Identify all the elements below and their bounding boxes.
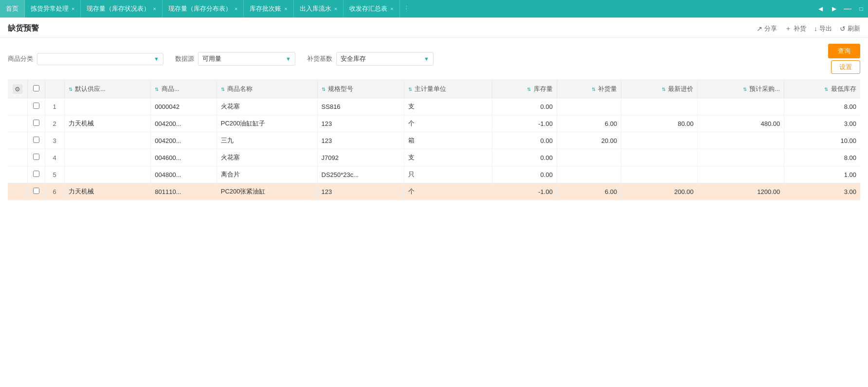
share-button[interactable]: ↗ 分享 [757, 24, 777, 33]
export-button[interactable]: ↓ 导出 [814, 24, 832, 33]
tab-close-collect[interactable]: × [390, 6, 393, 12]
replenish-icon: ＋ [785, 24, 792, 33]
row-checkbox-4[interactable] [33, 171, 39, 177]
page-title: 缺货预警 [8, 23, 39, 34]
unit-sort-icon: ⇅ [408, 87, 412, 92]
row-settings-cell-5 [8, 183, 27, 200]
row-goods-code-5: 801110... [151, 183, 217, 200]
row-goods-name-1: PC200油缸缸子 [217, 115, 317, 132]
replenish-base-select[interactable]: 安全库存 ▼ [336, 52, 434, 66]
col-header-supplier[interactable]: ⇅ 默认供应... [64, 80, 151, 98]
col-header-unit[interactable]: ⇅ 主计量单位 [404, 80, 492, 98]
table-wrapper: ⚙ ⇅ 默认供应... ⇅ 商品... ⇅ [0, 80, 868, 200]
replenish-button[interactable]: ＋ 补货 [785, 24, 806, 33]
category-chevron-icon: ▼ [154, 56, 159, 62]
col-header-goods-name[interactable]: ⇅ 商品名称 [217, 80, 317, 98]
row-unit-0: 支 [404, 98, 492, 115]
row-supplier-3 [64, 149, 151, 166]
row-num-2: 3 [45, 132, 64, 149]
row-unit-1: 个 [404, 115, 492, 132]
row-checkbox-5[interactable] [33, 188, 39, 194]
spec-sort-icon: ⇅ [322, 87, 326, 92]
category-filter-group: 商品分类 ▼ [8, 53, 163, 65]
tab-item-batch[interactable]: 库存批次账× [244, 0, 293, 18]
col-header-min-stock[interactable]: ⇅ 最低库存 [784, 80, 860, 98]
row-goods-name-5: PC200张紧油缸 [217, 183, 317, 200]
col-header-settings[interactable]: ⚙ [8, 80, 27, 98]
col-header-spec[interactable]: ⇅ 规格型号 [317, 80, 404, 98]
tab-item-home[interactable]: 首页 [0, 0, 25, 18]
est-purchase-sort-icon: ⇅ [743, 87, 747, 92]
col-header-goods-code[interactable]: ⇅ 商品... [151, 80, 217, 98]
table-header-row: ⚙ ⇅ 默认供应... ⇅ 商品... ⇅ [8, 80, 860, 98]
table-row: 2 力天机械 004200... PC200油缸缸子 123 个 -1.00 6… [8, 115, 860, 132]
tab-item-order-stats[interactable]: 要货单统计表× [400, 0, 407, 18]
row-replenish-0 [557, 98, 621, 115]
query-button[interactable]: 查询 [828, 44, 860, 58]
row-supplier-0 [64, 98, 151, 115]
tab-minimize-btn[interactable]: — [841, 0, 854, 18]
tab-close-inout[interactable]: × [334, 6, 337, 12]
tab-maximize-btn[interactable]: □ [854, 0, 868, 18]
table-row: 3 004200... 三九 123 箱 0.00 20.00 10.00 [8, 132, 860, 149]
row-num-4: 5 [45, 166, 64, 183]
datasource-label: 数据源 [175, 54, 194, 63]
tab-next-btn[interactable]: ▶ [827, 0, 841, 18]
tab-label: 现存量（库存分布表） [168, 4, 232, 13]
row-stock-0: 0.00 [492, 98, 557, 115]
row-checkbox-2[interactable] [33, 137, 39, 143]
tab-prev-btn[interactable]: ◀ [814, 0, 827, 18]
col-header-replenish[interactable]: ⇅ 补货量 [557, 80, 621, 98]
table-row: 1 0000042 火花塞 SS816 支 0.00 8.00 [8, 98, 860, 115]
tab-label: 库存批次账 [250, 4, 281, 13]
row-supplier-4 [64, 166, 151, 183]
row-replenish-4 [557, 166, 621, 183]
refresh-button[interactable]: ↺ 刷新 [840, 24, 860, 33]
column-settings-icon[interactable]: ⚙ [13, 84, 22, 94]
row-checkbox-0[interactable] [33, 103, 39, 109]
col-header-num [45, 80, 64, 98]
settings-button[interactable]: 设置 [831, 60, 860, 74]
row-checkbox-1[interactable] [33, 120, 39, 126]
row-check-cell-3[interactable] [27, 149, 45, 166]
tab-close-inventory-dist[interactable]: × [235, 6, 237, 12]
row-unit-3: 支 [404, 149, 492, 166]
select-all-checkbox[interactable] [33, 85, 39, 91]
tab-item-abnormal[interactable]: 拣货异常处理× [25, 0, 81, 18]
row-check-cell-4[interactable] [27, 166, 45, 183]
tab-close-abnormal[interactable]: × [72, 6, 74, 12]
col-header-stock[interactable]: ⇅ 库存量 [492, 80, 557, 98]
col-header-est-purchase[interactable]: ⇅ 预计采购... [698, 80, 784, 98]
row-replenish-5: 6.00 [557, 183, 621, 200]
datasource-select[interactable]: 可用量 ▼ [198, 52, 295, 66]
row-unit-4: 只 [404, 166, 492, 183]
tab-close-inventory-status[interactable]: × [153, 6, 156, 12]
row-num-3: 4 [45, 149, 64, 166]
row-check-cell-0[interactable] [27, 98, 45, 115]
row-goods-code-0: 0000042 [151, 98, 217, 115]
row-check-cell-5[interactable] [27, 183, 45, 200]
tab-item-inout[interactable]: 出入库流水× [294, 0, 344, 18]
export-icon: ↓ [814, 25, 817, 33]
col-header-latest-price[interactable]: ⇅ 最新进价 [621, 80, 698, 98]
row-check-cell-2[interactable] [27, 132, 45, 149]
row-check-cell-1[interactable] [27, 115, 45, 132]
tab-item-inventory-status[interactable]: 现存量（库存状况表）× [81, 0, 162, 18]
row-min-stock-4: 1.00 [784, 166, 860, 183]
row-est-purchase-2 [698, 132, 784, 149]
row-goods-code-2: 004200... [151, 132, 217, 149]
col-header-check[interactable] [27, 80, 45, 98]
row-stock-3: 0.00 [492, 149, 557, 166]
row-replenish-3 [557, 149, 621, 166]
row-latest-price-4 [621, 166, 698, 183]
datasource-filter-group: 数据源 可用量 ▼ [175, 52, 295, 66]
tab-item-collect[interactable]: 收发存汇总表× [344, 0, 399, 18]
tab-close-batch[interactable]: × [284, 6, 287, 12]
replenish-base-label: 补货基数 [307, 54, 332, 63]
tab-label: 出入库流水 [300, 4, 331, 13]
row-checkbox-3[interactable] [33, 154, 39, 160]
row-latest-price-3 [621, 149, 698, 166]
category-select[interactable]: ▼ [37, 53, 163, 65]
page-content: 缺货预警 ↗ 分享 ＋ 补货 ↓ 导出 ↺ 刷新 商品分类 [0, 18, 868, 387]
tab-item-inventory-dist[interactable]: 现存量（库存分布表）× [163, 0, 244, 18]
